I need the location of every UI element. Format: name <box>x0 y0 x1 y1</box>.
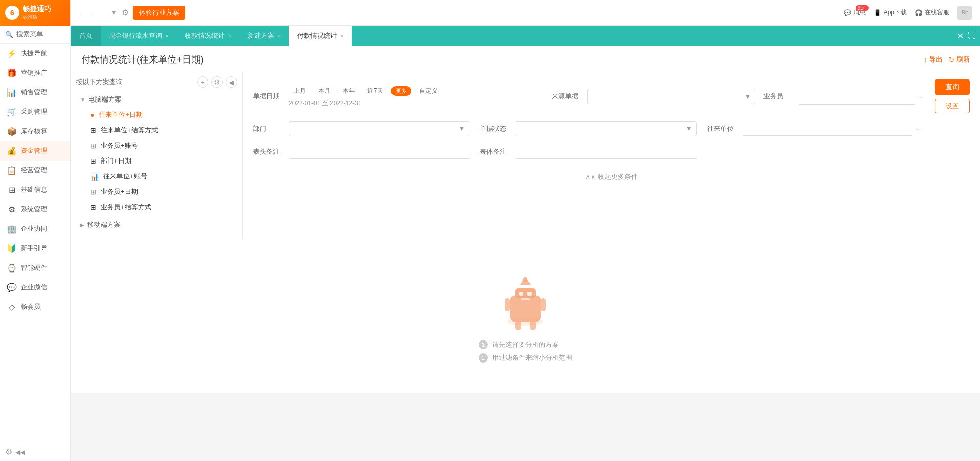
tab-home[interactable]: 首页 <box>71 26 101 46</box>
dept-filter: 部门 ▼ <box>253 121 469 136</box>
sidebar-item-purchase[interactable]: 🛒 采购管理 <box>0 102 70 122</box>
sidebar-item-sales[interactable]: 📊 销售管理 <box>0 83 70 102</box>
tab-cash-flow[interactable]: 现金银行流水查询 × <box>101 26 177 46</box>
date-btn-7days[interactable]: 近7天 <box>363 85 388 97</box>
tab-label: 现金银行流水查询 <box>109 31 162 41</box>
tab-close-icon[interactable]: × <box>278 33 281 39</box>
settings-button[interactable]: 设置 <box>935 99 970 113</box>
sidebar-item-hardware[interactable]: ⌚ 智能硬件 <box>0 258 70 277</box>
sidebar-item-basic[interactable]: ⊞ 基础信息 <box>0 180 70 199</box>
collapse-button[interactable]: ∧∧ 收起更多条件 <box>585 172 638 182</box>
footer-collapse-icon[interactable]: ◀◀ <box>15 449 25 456</box>
system-icon: ⚙ <box>7 205 16 214</box>
refresh-button[interactable]: ↻ 刷新 <box>949 55 970 64</box>
source-select[interactable]: ▼ <box>587 89 755 104</box>
scheme-item-staff-settle[interactable]: ⊞ 业务员+结算方式 <box>76 199 237 215</box>
date-btn-this-year[interactable]: 本年 <box>338 85 360 97</box>
app-download-action[interactable]: 📱 App下载 <box>874 8 907 17</box>
scheme-item-unit-date[interactable]: ● 往来单位+日期 <box>76 107 237 123</box>
empty-tip-2: 2 用过滤条件来缩小分析范围 <box>479 353 572 363</box>
scheme-group-desktop-header[interactable]: ▼ 电脑端方案 <box>76 92 237 107</box>
company-name: —— —— <box>79 9 108 16</box>
company-selector[interactable]: —— —— ▼ <box>79 9 117 16</box>
svg-rect-4 <box>527 292 532 296</box>
sidebar-item-label: 基础信息 <box>21 185 47 194</box>
counterparty-input[interactable] <box>743 121 912 136</box>
tab-close-icon[interactable]: × <box>165 33 168 39</box>
scheme-group-title: 移动端方案 <box>87 220 121 229</box>
scheme-group-mobile: ▶ 移动端方案 <box>76 217 237 232</box>
sidebar-item-label: 快捷导航 <box>21 49 47 58</box>
date-btn-last-month[interactable]: 上月 <box>289 85 310 97</box>
sidebar-item-guide[interactable]: 🔰 新手引导 <box>0 238 70 258</box>
staff-more-icon[interactable]: ··· <box>915 93 927 101</box>
scheme-item-unit-settle[interactable]: ⊞ 往来单位+结算方式 <box>76 123 237 138</box>
main-area: —— —— ▼ ⚙ 体验行业方案 💬 消息 99+ 📱 App下载 🎧 在线客服… <box>71 0 980 461</box>
scheme-settings-button[interactable]: ⚙ <box>211 76 223 88</box>
scheme-group-mobile-header[interactable]: ▶ 移动端方案 <box>76 217 237 232</box>
body-note-input[interactable] <box>516 144 696 159</box>
service-label: 在线客服 <box>925 8 949 17</box>
sidebar-item-marketing[interactable]: 🎁 营销推广 <box>0 63 70 83</box>
close-all-tabs-icon[interactable]: ✕ <box>957 31 964 41</box>
sidebar-item-label: 企业协同 <box>21 224 47 233</box>
tab-new-scheme[interactable]: 新建方案 × <box>240 26 289 46</box>
date-btn-custom[interactable]: 自定义 <box>415 85 442 97</box>
sidebar-item-quick-nav[interactable]: ⚡ 快捷导航 <box>0 44 70 63</box>
date-range-display: 2022-01-01 至 2022-12-31 <box>289 99 442 108</box>
staff-input[interactable] <box>799 89 915 104</box>
doc-status-select[interactable]: ▼ <box>516 121 696 136</box>
sidebar-item-system[interactable]: ⚙ 系统管理 <box>0 199 70 219</box>
sidebar-item-label: 智能硬件 <box>21 263 47 272</box>
scheme-item-staff-date[interactable]: ⊞ 业务员+日期 <box>76 184 237 199</box>
sidebar-item-label: 新手引导 <box>21 244 47 253</box>
sidebar-item-enterprise[interactable]: 🏢 企业协同 <box>0 219 70 238</box>
sidebar-item-operation[interactable]: 📋 经营管理 <box>0 161 70 180</box>
message-action[interactable]: 💬 消息 99+ <box>844 8 866 17</box>
add-scheme-button[interactable]: + <box>197 76 208 88</box>
doc-status-label: 单据状态 <box>480 124 511 133</box>
service-action[interactable]: 🎧 在线客服 <box>915 8 949 17</box>
date-btn-more[interactable]: 更多 <box>391 86 411 96</box>
trial-button[interactable]: 体验行业方案 <box>133 6 185 20</box>
header-note-filter: 表头备注 <box>253 144 469 159</box>
scheme-item-unit-account[interactable]: 📊 往来单位+账号 <box>76 169 237 184</box>
counterparty-more-icon[interactable]: ··· <box>912 125 924 132</box>
scheme-item-staff-account[interactable]: ⊞ 业务员+账号 <box>76 138 237 153</box>
sidebar-item-label: 营销推广 <box>21 68 47 77</box>
tab-label: 付款情况统计 <box>297 31 337 41</box>
hardware-icon: ⌚ <box>7 263 16 272</box>
sidebar-item-wechat[interactable]: 💬 企业微信 <box>0 277 70 297</box>
svg-rect-5 <box>521 298 530 300</box>
sidebar-item-capital[interactable]: 💰 资金管理 <box>0 141 70 161</box>
tab-label: 新建方案 <box>248 31 275 41</box>
tab-close-icon[interactable]: × <box>340 33 343 39</box>
tab-receivable[interactable]: 收款情况统计 × <box>177 26 239 46</box>
filter-row-1: 单据日期 上月 本月 本年 近7天 更多 自定义 20 <box>253 79 970 113</box>
empty-state: 1 请先选择要分析的方案 2 用过滤条件来缩小分析范围 <box>71 239 980 393</box>
sidebar-item-inventory[interactable]: 📦 库存核算 <box>0 122 70 141</box>
query-button[interactable]: 查询 <box>935 79 970 95</box>
export-button[interactable]: ↑ 导出 <box>924 55 943 64</box>
header-note-input[interactable] <box>289 144 469 159</box>
expand-icon[interactable]: ⛶ <box>968 31 976 41</box>
operation-icon: 📋 <box>7 166 16 175</box>
dept-select[interactable]: ▼ <box>289 121 469 136</box>
scheme-icon: ⊞ <box>90 188 96 196</box>
user-avatar[interactable]: Rit <box>957 6 972 20</box>
sidebar-item-label: 资金管理 <box>21 146 47 155</box>
search-menu[interactable]: 🔍 搜索菜单 <box>0 26 70 44</box>
sidebar-item-label: 企业微信 <box>21 283 47 292</box>
tab-payment-stat[interactable]: 付款情况统计 × <box>289 26 351 46</box>
enterprise-icon: 🏢 <box>7 224 16 233</box>
search-icon: 🔍 <box>5 31 13 38</box>
topbar-settings-icon[interactable]: ⚙ <box>122 8 129 17</box>
tab-close-icon[interactable]: × <box>228 33 231 39</box>
tab-label: 收款情况统计 <box>185 31 225 41</box>
sidebar-item-member[interactable]: ◇ 畅会员 <box>0 297 70 316</box>
footer-settings-icon[interactable]: ⚙ <box>5 447 12 457</box>
scheme-item-dept-date[interactable]: ⊞ 部门+日期 <box>76 153 237 169</box>
quick-nav-icon: ⚡ <box>7 49 16 58</box>
scheme-collapse-button[interactable]: ◀ <box>226 76 237 88</box>
date-btn-this-month[interactable]: 本月 <box>313 85 335 97</box>
